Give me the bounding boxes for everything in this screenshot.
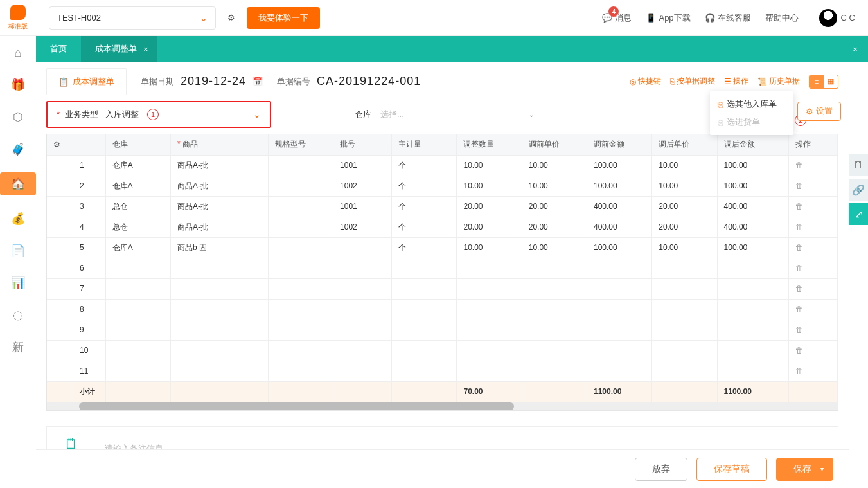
cell-bup[interactable]: 10.00 (522, 176, 587, 196)
cell-prod[interactable] (170, 340, 268, 361)
cell-spec[interactable] (268, 176, 333, 196)
cell-bup[interactable]: 10.00 (522, 155, 587, 176)
cell-bup[interactable] (522, 320, 587, 340)
cell-qty[interactable]: 10.00 (457, 237, 522, 258)
calendar-icon[interactable]: 📅 (252, 77, 263, 86)
cell-unit[interactable] (392, 340, 457, 361)
cell-aamt[interactable] (717, 361, 788, 381)
cell-bup[interactable] (522, 278, 587, 299)
cell-unit[interactable] (392, 299, 457, 320)
cell-unit[interactable]: 个 (392, 196, 457, 217)
cell-qty[interactable]: 10.00 (457, 155, 522, 176)
cell-batch[interactable] (333, 237, 392, 258)
cell-bamt[interactable] (587, 278, 652, 299)
table-row[interactable]: 11 🗑 (47, 361, 838, 381)
cell-bamt[interactable] (587, 340, 652, 361)
col-gear[interactable]: ⚙ (47, 134, 73, 155)
nav-gift-icon[interactable]: 🎁 (8, 76, 28, 94)
save-draft-button[interactable]: 保存草稿 (696, 458, 767, 481)
ops-link[interactable]: ☰ 操作 (724, 76, 748, 87)
cell-bamt[interactable] (587, 361, 652, 381)
nav-bag-icon[interactable]: 🧳 (8, 140, 28, 158)
cell-aup[interactable] (652, 299, 717, 320)
delete-icon[interactable]: 🗑 (795, 222, 803, 231)
cell-aup[interactable] (652, 340, 717, 361)
cell-prod[interactable] (170, 320, 268, 340)
cta-button[interactable]: 我要体验一下 (247, 7, 320, 29)
nav-new-icon[interactable]: 新 (8, 338, 28, 356)
view-grid-icon[interactable]: ▦ (824, 75, 838, 88)
delete-icon[interactable]: 🗑 (795, 161, 803, 170)
table-row[interactable]: 10 🗑 (47, 340, 838, 361)
cell-prod[interactable]: 商品A-批 (170, 155, 268, 176)
customer-service-link[interactable]: 🎧 在线客服 (705, 12, 751, 24)
cell-wh[interactable]: 仓库A (105, 237, 170, 258)
business-type-select[interactable]: * 业务类型 入库调整 1 ⌄ (46, 101, 271, 128)
nav-money-icon[interactable]: 💰 (8, 210, 28, 228)
cell-bup[interactable] (522, 299, 587, 320)
settings-icon[interactable]: ⚙ (227, 13, 235, 23)
table-row[interactable]: 7 🗑 (47, 278, 838, 299)
cell-prod[interactable] (170, 278, 268, 299)
cell-batch[interactable]: 1001 (333, 196, 392, 217)
cell-aamt[interactable] (717, 340, 788, 361)
warehouse-select[interactable]: 仓库 选择... ⌄ (355, 109, 534, 120)
cell-aup[interactable]: 10.00 (652, 155, 717, 176)
cell-batch[interactable] (333, 278, 392, 299)
cell-aup[interactable]: 10.00 (652, 176, 717, 196)
delete-icon[interactable]: 🗑 (795, 181, 803, 190)
messages-link[interactable]: 💬 消息 (602, 12, 632, 24)
cell-unit[interactable]: 个 (392, 176, 457, 196)
cell-spec[interactable] (268, 361, 333, 381)
cell-wh[interactable]: 仓库A (105, 155, 170, 176)
nav-home-icon[interactable]: ⌂ (8, 44, 28, 62)
cell-spec[interactable] (268, 196, 333, 217)
cell-spec[interactable] (268, 278, 333, 299)
cell-bamt[interactable]: 400.00 (587, 217, 652, 237)
cell-batch[interactable] (333, 320, 392, 340)
cell-unit[interactable] (392, 278, 457, 299)
cell-wh[interactable]: 总仓 (105, 196, 170, 217)
cell-spec[interactable] (268, 258, 333, 278)
adjust-link[interactable]: ⎘ 按单据调整 (670, 76, 715, 87)
cell-qty[interactable] (457, 320, 522, 340)
user-menu[interactable]: C C (819, 9, 855, 27)
cell-wh[interactable]: 总仓 (105, 217, 170, 237)
field-date[interactable]: 单据日期 2019-12-24 📅 (141, 75, 263, 88)
cell-unit[interactable]: 个 (392, 155, 457, 176)
cell-wh[interactable] (105, 361, 170, 381)
cell-batch[interactable]: 1001 (333, 155, 392, 176)
delete-icon[interactable]: 🗑 (795, 346, 803, 355)
table-row[interactable]: 1 仓库A 商品A-批 1001 个 10.00 10.00 100.00 10… (47, 155, 838, 176)
cell-spec[interactable] (268, 299, 333, 320)
table-row[interactable]: 5 仓库A 商品b 固 个 10.00 10.00 100.00 10.00 1… (47, 237, 838, 258)
cell-qty[interactable] (457, 361, 522, 381)
cell-spec[interactable] (268, 340, 333, 361)
logo[interactable]: 标准版 (0, 5, 36, 31)
cell-bamt[interactable] (587, 258, 652, 278)
cell-bup[interactable] (522, 258, 587, 278)
cell-aup[interactable] (652, 258, 717, 278)
expand-icon[interactable]: ⤢ (849, 203, 868, 225)
cell-bup[interactable]: 10.00 (522, 237, 587, 258)
view-list-icon[interactable]: ≡ (810, 75, 824, 88)
cell-prod[interactable]: 商品b 固 (170, 237, 268, 258)
cell-unit[interactable] (392, 361, 457, 381)
app-download-link[interactable]: 📱 App下载 (646, 12, 690, 24)
history-link[interactable]: 📜 历史单据 (757, 76, 800, 87)
delete-icon[interactable]: 🗑 (795, 202, 803, 211)
cell-bup[interactable]: 20.00 (522, 196, 587, 217)
nav-report-icon[interactable]: 📊 (8, 274, 28, 292)
cell-aamt[interactable] (717, 299, 788, 320)
cell-aamt[interactable] (717, 320, 788, 340)
cell-bup[interactable] (522, 340, 587, 361)
cell-aup[interactable]: 20.00 (652, 196, 717, 217)
cell-aamt[interactable] (717, 258, 788, 278)
cell-aup[interactable]: 20.00 (652, 217, 717, 237)
cell-prod[interactable]: 商品A-批 (170, 196, 268, 217)
table-settings-button[interactable]: ⚙ 设置 (797, 102, 841, 121)
link-icon[interactable]: 🔗 (849, 179, 868, 201)
page-title-tab[interactable]: 📋 成本调整单 (46, 68, 127, 95)
cell-aup[interactable] (652, 320, 717, 340)
close-icon[interactable]: × (143, 44, 148, 54)
